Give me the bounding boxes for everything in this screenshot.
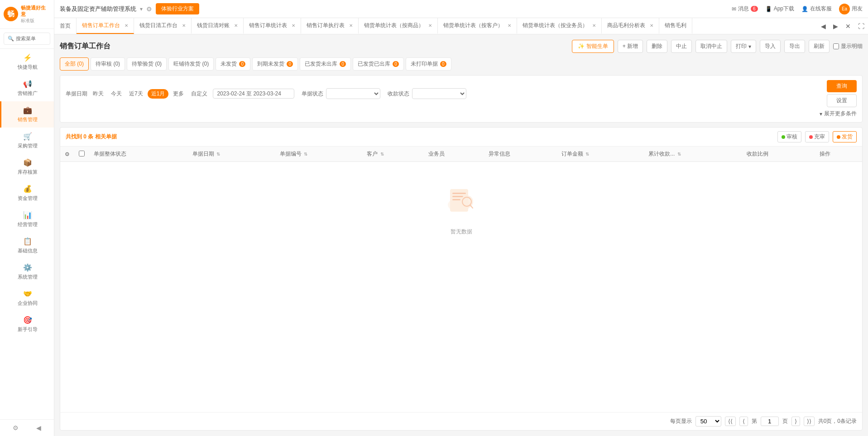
sidebar-item-basic-info[interactable]: 📋 基础信息 [0, 232, 54, 259]
date-7days-btn[interactable]: 近7天 [126, 89, 146, 99]
tab-product-margin[interactable]: 商品毛利分析表 ✕ [602, 18, 659, 34]
trial-btn[interactable]: 体验行业方案 [156, 3, 199, 14]
show-detail-checkbox[interactable]: 显示明细 [833, 43, 863, 50]
col-received[interactable]: 累计收款... ⇅ [644, 147, 742, 162]
print-btn[interactable]: 打印 ▾ [731, 40, 756, 53]
page-next-btn[interactable]: ⟩ [791, 417, 800, 426]
page-actions: ✨ 智能生单 + 新增 删除 中止 取消中止 打印 ▾ 导入 导出 刷新 显示明… [572, 40, 863, 53]
cancel-stop-btn[interactable]: 取消中止 [695, 40, 727, 53]
tab-fullscreen-btn[interactable]: ⛶ [854, 18, 868, 34]
page-first-btn[interactable]: ⟨⟨ [725, 417, 736, 426]
col-doc-date[interactable]: 单据日期 ⇅ [188, 147, 275, 162]
col-order-amount[interactable]: 订单金额 ⇅ [557, 147, 644, 162]
col-customer[interactable]: 客户 ⇅ [362, 147, 424, 162]
tab-sales-summary-staff[interactable]: 销货单统计表（按业务员） ✕ [517, 18, 602, 34]
sub-tab-not-printed[interactable]: 未打印单据 0 [406, 57, 451, 71]
sidebar-item-quick-nav[interactable]: ⚡ 快捷导航 [0, 49, 54, 75]
select-all-checkbox[interactable] [79, 151, 85, 156]
tab-close-icon[interactable]: ✕ [650, 23, 653, 28]
sub-tab-badge: 0 [440, 61, 446, 67]
search-menu-button[interactable]: 🔍 搜索菜单 [4, 33, 50, 45]
cancel-review-btn[interactable]: 充审 [805, 131, 829, 142]
tab-close-icon[interactable]: ✕ [349, 23, 353, 28]
sidebar-item-label: 采购管理 [18, 142, 38, 149]
tab-sales-workbench[interactable]: 销售订单工作台 ✕ [77, 18, 134, 34]
tab-cash-daily[interactable]: 钱货日清工作台 ✕ [134, 18, 192, 34]
tab-close-icon[interactable]: ✕ [125, 23, 128, 28]
ai-generate-btn[interactable]: ✨ 智能生单 [572, 40, 614, 53]
show-detail-input[interactable] [833, 43, 839, 49]
collapse-footer-btn[interactable]: ◀ [36, 424, 41, 431]
date-custom-btn[interactable]: 自定义 [188, 89, 210, 99]
tab-close-icon[interactable]: ✕ [182, 23, 186, 28]
per-page-select[interactable]: 50 10 20 100 [695, 416, 721, 427]
payment-select[interactable] [412, 88, 466, 99]
sub-tab-pending-check[interactable]: 待挚验货 (0) [127, 57, 167, 71]
sidebar-item-marketing[interactable]: 📢 营销推广 [0, 75, 54, 101]
online-service-btn[interactable]: 👤 在线客服 [801, 5, 832, 13]
stop-btn[interactable]: 中止 [671, 40, 692, 53]
settings-icon[interactable]: ⚙ [146, 5, 152, 13]
refresh-btn[interactable]: 刷新 [809, 40, 830, 53]
message-btn[interactable]: ✉ 消息 6 [732, 5, 758, 13]
set-btn[interactable]: 设置 [827, 94, 857, 107]
sub-tab-shipped-out[interactable]: 已发货已出库 0 [353, 57, 404, 71]
sidebar-item-finance[interactable]: 💰 资金管理 [0, 180, 54, 206]
page-last-btn[interactable]: ⟩⟩ [804, 417, 815, 426]
sales-icon: 💼 [23, 106, 32, 114]
tab-home[interactable]: 首页 [54, 18, 77, 34]
tab-close-all-btn[interactable]: ✕ [842, 18, 854, 34]
tab-close-icon[interactable]: ✕ [292, 23, 295, 28]
tab-sales-more[interactable]: 销售毛利 [659, 18, 692, 34]
page-prev-btn[interactable]: ⟨ [739, 417, 748, 426]
tab-cash-reconcile[interactable]: 钱货日清对账 ✕ [192, 18, 244, 34]
tab-close-icon[interactable]: ✕ [428, 23, 432, 28]
tab-close-icon[interactable]: ✕ [234, 23, 238, 28]
sidebar-item-guide[interactable]: 🎯 新手引导 [0, 311, 54, 337]
user-area[interactable]: Ea 用友 [839, 4, 863, 14]
import-btn[interactable]: 导入 [760, 40, 781, 53]
export-btn[interactable]: 导出 [784, 40, 805, 53]
tab-prev-btn[interactable]: ◀ [817, 18, 830, 34]
tab-sales-summary-customer[interactable]: 销货单统计表（按客户） ✕ [438, 18, 517, 34]
page-header: 销售订单工作台 ✨ 智能生单 + 新增 删除 中止 取消中止 打印 ▾ 导入 导… [60, 40, 863, 53]
review-btn[interactable]: 审核 [777, 131, 801, 142]
delete-btn[interactable]: 删除 [647, 40, 667, 53]
sidebar-item-inventory[interactable]: 📦 库存核算 [0, 154, 54, 180]
sub-tab-pending-review[interactable]: 待审核 (0) [91, 57, 125, 71]
sidebar-item-operations[interactable]: 📊 经营管理 [0, 206, 54, 232]
sub-tab-overdue-ship[interactable]: 到期未发货 0 [252, 57, 298, 71]
date-more-btn[interactable]: 更多 [170, 89, 187, 99]
sidebar-item-purchase[interactable]: 🛒 采购管理 [0, 128, 54, 154]
tab-sales-summary-product[interactable]: 销货单统计表（按商品） ✕ [359, 18, 438, 34]
sub-tab-wangpu[interactable]: 旺铺待发货 (0) [168, 57, 214, 71]
sidebar-item-enterprise[interactable]: 🤝 企业协同 [0, 285, 54, 311]
app-download-btn[interactable]: 📱 App下载 [765, 5, 794, 13]
sub-tab-all[interactable]: 全部 (0) [60, 57, 89, 71]
date-yesterday-btn[interactable]: 昨天 [90, 89, 106, 99]
tab-sales-stat[interactable]: 销售订单统计表 ✕ [244, 18, 301, 34]
sidebar-item-sales[interactable]: 💼 销售管理 [0, 101, 54, 128]
page-input[interactable] [761, 417, 779, 426]
col-doc-no[interactable]: 单据编号 ⇅ [275, 147, 363, 162]
col-checkbox-header[interactable] [74, 147, 89, 162]
expand-btn[interactable]: ▾ 展开更多条件 [820, 110, 857, 118]
dropdown-icon[interactable]: ▾ [140, 6, 143, 12]
add-btn[interactable]: + 新增 [618, 40, 643, 53]
tab-close-icon[interactable]: ✕ [508, 23, 511, 28]
sidebar-search-area: 🔍 搜索菜单 [0, 29, 54, 49]
sub-tab-shipped-not-out[interactable]: 已发货未出库 0 [300, 57, 351, 71]
date-range-input[interactable] [213, 89, 294, 99]
sub-tab-not-shipped[interactable]: 未发货 0 [216, 57, 250, 71]
search-btn[interactable]: 查询 [827, 80, 857, 92]
tab-next-btn[interactable]: ▶ [830, 18, 842, 34]
tab-sales-exec[interactable]: 销售订单执行表 ✕ [301, 18, 359, 34]
ship-btn[interactable]: 发货 [833, 131, 857, 142]
settings-footer-btn[interactable]: ⚙ [13, 424, 19, 431]
date-1month-btn[interactable]: 近1月 [148, 89, 169, 99]
sidebar-item-system[interactable]: ⚙️ 系统管理 [0, 259, 54, 285]
status-select[interactable] [326, 88, 380, 99]
tab-close-icon[interactable]: ✕ [592, 23, 596, 28]
col-settings[interactable]: ⚙ [60, 147, 74, 162]
date-today-btn[interactable]: 今天 [108, 89, 125, 99]
